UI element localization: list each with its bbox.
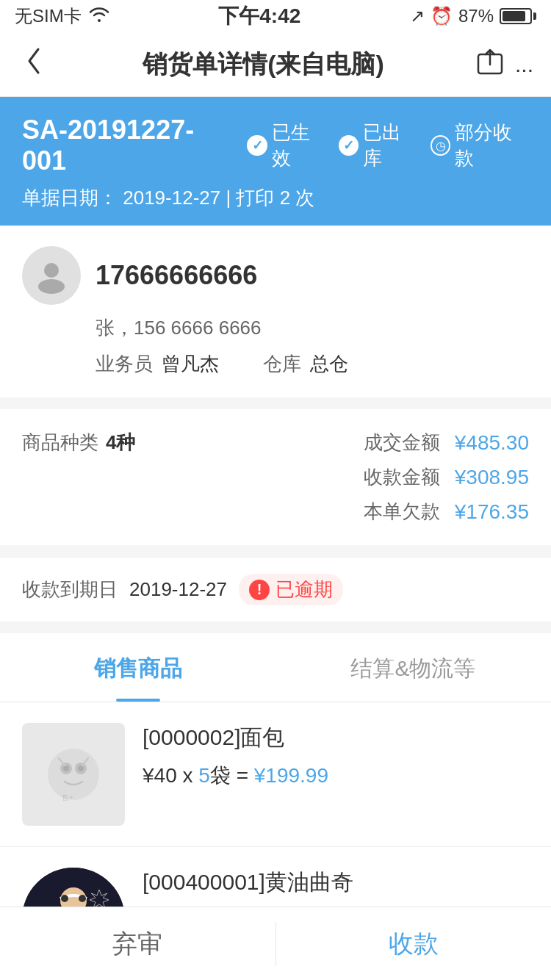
order-header: SA-20191227-001 ✓ 已生效 ✓ 已出库 ◷ 部分收款 单据日期：… (0, 97, 551, 226)
product-type-count: 4种 (106, 430, 135, 455)
product-type-label: 商品种类 (22, 430, 98, 455)
svg-text:售+: 售+ (62, 793, 73, 801)
status-right: ↗ ⏰ 87% (410, 6, 536, 26)
due-date-value: 2019-12-27 (129, 578, 227, 601)
avatar (22, 246, 81, 305)
sales-label: 业务员 (96, 351, 153, 377)
wifi-icon (89, 6, 109, 26)
badge-effective-text: 已生效 (272, 120, 328, 171)
order-date-value: 2019-12-27 (123, 187, 220, 209)
due-date-section: 收款到期日 2019-12-27 ! 已逾期 (0, 557, 551, 621)
summary-left: 商品种类 4种 (22, 430, 135, 455)
clock-icon: ◷ (431, 135, 450, 156)
svg-point-3 (48, 749, 99, 800)
svg-point-2 (38, 279, 65, 294)
back-button[interactable] (18, 39, 50, 90)
overdue-badge: ! 已逾期 (239, 574, 343, 605)
nav-actions: ... (477, 48, 533, 80)
customer-section: 17666666666 张，156 6666 6666 业务员 曾凡杰 仓库 总… (0, 226, 551, 397)
deal-amount-row: 成交金额 ¥485.30 (364, 430, 529, 455)
customer-meta: 业务员 曾凡杰 仓库 总仓 (22, 351, 529, 377)
battery-percent: 87% (458, 6, 494, 26)
svg-point-1 (44, 263, 59, 278)
badge-effective: ✓ 已生效 (247, 120, 327, 171)
collected-amount-row: 收款金额 ¥308.95 (364, 464, 529, 490)
owed-amount-row: 本单欠款 ¥176.35 (364, 499, 529, 525)
status-bar: 无SIM卡 下午4:42 ↗ ⏰ 87% (0, 0, 551, 32)
product-image-1: 售+ (22, 723, 125, 826)
check-icon-1: ✓ (247, 135, 267, 156)
collected-label: 收款金额 (364, 464, 440, 490)
sales-meta: 业务员 曾凡杰 (96, 351, 219, 377)
warehouse-name: 总仓 (310, 351, 348, 377)
owed-label: 本单欠款 (364, 499, 440, 525)
deal-amount-value: ¥485.30 (455, 431, 529, 455)
order-date-row: 单据日期： 2019-12-27 | 打印 2 次 (22, 185, 529, 211)
collect-payment-button[interactable]: 收款 (276, 907, 552, 980)
summary-section: 商品种类 4种 成交金额 ¥485.30 收款金额 ¥308.95 本单欠款 ¥… (0, 409, 551, 545)
badge-shipped-text: 已出库 (363, 120, 419, 171)
svg-point-7 (78, 765, 84, 771)
status-left: 无SIM卡 (15, 4, 109, 28)
print-count-value: 2 (280, 187, 290, 209)
status-time: 下午4:42 (218, 2, 300, 30)
bottom-bar: 弃审 收款 (0, 907, 551, 980)
svg-point-6 (63, 765, 69, 771)
overdue-icon: ! (249, 580, 270, 600)
divider-1 (0, 397, 551, 409)
check-icon-2: ✓ (339, 135, 359, 156)
page-title: 销货单详情(来自电脑) (50, 48, 477, 82)
alarm-icon: ⏰ (431, 6, 453, 26)
svg-point-12 (61, 895, 68, 902)
warehouse-meta: 仓库 总仓 (263, 351, 348, 377)
summary-row: 商品种类 4种 成交金额 ¥485.30 收款金额 ¥308.95 本单欠款 ¥… (22, 430, 529, 525)
customer-row: 17666666666 (22, 246, 529, 305)
deal-amount-label: 成交金额 (364, 430, 440, 455)
due-label: 收款到期日 (22, 577, 118, 602)
nav-bar: 销货单详情(来自电脑) ... (0, 32, 551, 97)
print-label: | 打印 (226, 187, 274, 209)
owed-amount-value: ¥176.35 (455, 500, 529, 524)
tabs-container: 销售商品 结算&物流等 (0, 633, 551, 702)
cancel-review-button[interactable]: 弃审 (0, 907, 276, 980)
product-name-2: [000400001]黄油曲奇 (143, 868, 529, 898)
overdue-text: 已逾期 (276, 577, 333, 602)
order-id-row: SA-20191227-001 ✓ 已生效 ✓ 已出库 ◷ 部分收款 (22, 115, 529, 176)
customer-name: 张，156 6666 6666 (22, 315, 529, 341)
product-name-1: [0000002]面包 (143, 723, 529, 753)
summary-right: 成交金额 ¥485.30 收款金额 ¥308.95 本单欠款 ¥176.35 (364, 430, 529, 525)
carrier-text: 无SIM卡 (15, 4, 82, 28)
sales-name: 曾凡杰 (162, 351, 219, 377)
share-icon[interactable] (477, 48, 503, 80)
print-suffix: 次 (295, 187, 314, 209)
product-info-1: [0000002]面包 ¥40 x 5袋 = ¥199.99 (143, 723, 529, 826)
svg-point-13 (79, 895, 86, 902)
battery-icon (500, 8, 536, 24)
product-price-1: ¥40 x 5袋 = ¥199.99 (143, 762, 529, 790)
warehouse-label: 仓库 (263, 351, 301, 377)
order-date-label: 单据日期： (22, 187, 118, 209)
collected-amount-value: ¥308.95 (455, 466, 529, 489)
order-id: SA-20191227-001 (22, 115, 232, 176)
badge-partial: ◷ 部分收款 (431, 120, 529, 171)
location-icon: ↗ (410, 6, 425, 26)
more-icon[interactable]: ... (515, 52, 533, 77)
badge-partial-text: 部分收款 (455, 120, 529, 171)
owl-placeholder: 售+ (22, 723, 125, 826)
status-badges: ✓ 已生效 ✓ 已出库 ◷ 部分收款 (247, 120, 529, 171)
tab-sales-products[interactable]: 销售商品 (0, 633, 276, 702)
customer-phone: 17666666666 (96, 260, 257, 291)
product-item-1: 售+ [0000002]面包 ¥40 x 5袋 = ¥199.99 (0, 702, 551, 847)
badge-shipped: ✓ 已出库 (339, 120, 419, 171)
tab-settlement[interactable]: 结算&物流等 (276, 633, 551, 702)
